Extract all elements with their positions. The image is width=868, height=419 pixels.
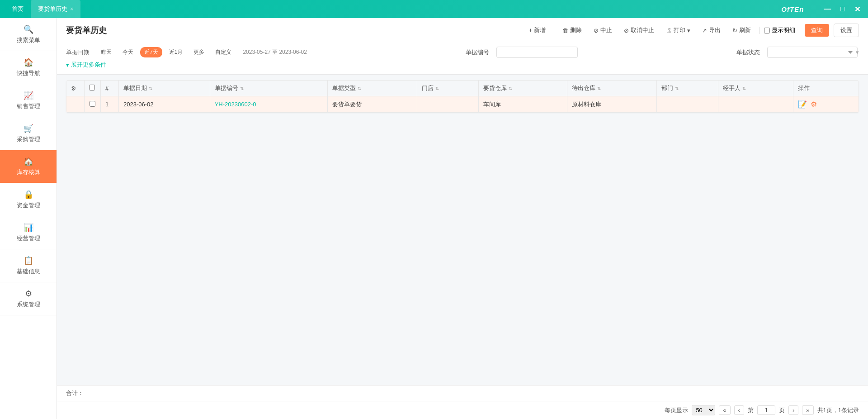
ops-icon: 📊 [24,223,33,233]
date-btn-last7days[interactable]: 近7天 [140,47,162,57]
row-num: 1 [101,96,119,113]
th-action: 操作 [793,81,859,96]
expand-icon: ▾ [66,62,69,68]
sidebar-item-purchase-mgmt[interactable]: 🛒 采购管理 [0,117,57,150]
sort-store-icon: ⇅ [435,86,439,91]
row-store [417,96,478,113]
th-num: # [101,81,119,96]
delete-button[interactable]: 🗑 删除 [559,24,585,36]
date-btn-yesterday[interactable]: 昨天 [97,47,116,57]
window-minimize[interactable]: — [821,5,834,13]
main-layout: 🔍 搜索菜单 🏠 快捷导航 📈 销售管理 🛒 采购管理 🏠 库存核算 🔒 资金管… [0,18,868,419]
cancel-stop-button[interactable]: ⊘ 取消中止 [620,24,658,36]
stop-button[interactable]: ⊘ 中止 [590,24,616,36]
tab-home[interactable]: 首页 [5,0,31,18]
th-date[interactable]: 单据日期⇅ [119,81,210,96]
page-header: 要货单历史 + 新增 🗑 删除 ⊘ 中止 ⊘ 取消中止 🖨 打 [57,18,868,41]
row-checkbox-cell[interactable] [85,96,101,113]
status-select[interactable] [767,47,858,58]
last-page-button[interactable]: » [802,405,813,415]
finance-icon: 🔒 [24,190,33,200]
th-department[interactable]: 部门⇅ [656,81,718,96]
th-req-warehouse[interactable]: 要货仓库⇅ [478,81,567,96]
window-close[interactable]: ✕ [852,5,863,14]
stop-icon: ⊘ [594,27,599,34]
sidebar-item-finance-mgmt[interactable]: 🔒 资金管理 [0,183,57,216]
th-store[interactable]: 门店⇅ [417,81,478,96]
cancel-stop-icon: ⊘ [624,27,629,34]
print-button[interactable]: 🖨 打印 ▾ [662,24,694,36]
row-order-no[interactable]: YH-20230602-0 [210,96,327,113]
order-no-input[interactable] [496,47,578,58]
page-title: 要货单历史 [66,25,525,36]
date-filter-label: 单据日期 [66,48,90,57]
print-dropdown-icon: ▾ [687,27,690,34]
next-page-button[interactable]: › [788,405,798,415]
first-page-button[interactable]: « [719,405,730,415]
row-date: 2023-06-02 [119,96,210,113]
th-order-type[interactable]: 单据类型⇅ [327,81,417,96]
purchase-icon: 🛒 [24,124,33,133]
th-wait-warehouse[interactable]: 待出仓库⇅ [567,81,656,96]
base-info-icon: 📋 [24,256,33,266]
th-settings[interactable]: ⚙ [66,81,85,96]
row-checkbox[interactable] [90,101,95,107]
expand-more-button[interactable]: ▾ 展开更多条件 [66,61,859,69]
refresh-button[interactable]: ↻ 刷新 [729,24,755,36]
row-wait-warehouse: 原材料仓库 [567,96,656,113]
sidebar-item-ops-mgmt[interactable]: 📊 经营管理 [0,216,57,249]
brand-area: OfTEn — □ ✕ [781,5,863,14]
settings-button[interactable]: 设置 [834,24,859,37]
table-container: ⚙ # 单据日期⇅ 单据编号⇅ 单据类型⇅ 门店⇅ 要货仓库⇅ 待出仓库⇅ 部门… [57,75,868,385]
sidebar-item-search-menu[interactable]: 🔍 搜索菜单 [0,18,57,51]
row-more-icon[interactable]: ⚙ [811,100,817,109]
page-number-input[interactable] [757,405,775,415]
sort-ordertype-icon: ⇅ [358,86,361,91]
per-page-select[interactable]: 50 10 20 100 [692,405,715,415]
add-button[interactable]: + 新增 [525,24,549,36]
sort-reqwh-icon: ⇅ [509,86,512,91]
page-unit-label: 页 [779,406,785,414]
top-bar: 首页 要货单历史 × OfTEn — □ ✕ [0,0,868,18]
sort-date-icon: ⇅ [149,86,152,91]
sort-dept-icon: ⇅ [675,86,679,91]
date-btn-more[interactable]: 更多 [189,47,208,57]
prev-page-button[interactable]: ‹ [734,405,744,415]
summary-label: 合计： [66,390,84,396]
sidebar-item-base-info[interactable]: 📋 基础信息 [0,249,57,282]
sidebar: 🔍 搜索菜单 🏠 快捷导航 📈 销售管理 🛒 采购管理 🏠 库存核算 🔒 资金管… [0,18,57,419]
divider-2 [759,27,760,34]
th-handler[interactable]: 经手人⇅ [718,81,793,96]
data-table: ⚙ # 单据日期⇅ 单据编号⇅ 单据类型⇅ 门店⇅ 要货仓库⇅ 待出仓库⇅ 部门… [66,80,859,113]
status-label: 单据状态 [736,48,760,57]
sort-waitwh-icon: ⇅ [597,86,601,91]
tab-close-button[interactable]: × [70,6,73,12]
th-order-no[interactable]: 单据编号⇅ [210,81,327,96]
window-maximize[interactable]: □ [838,5,848,13]
sidebar-item-quick-nav[interactable]: 🏠 快捷导航 [0,51,57,84]
show-detail-checkbox[interactable] [764,28,770,33]
row-settings-cell [66,96,85,113]
sidebar-item-sales-mgmt[interactable]: 📈 销售管理 [0,84,57,117]
tab-active[interactable]: 要货单历史 × [31,0,80,18]
sidebar-item-sys-mgmt[interactable]: ⚙ 系统管理 [0,282,57,315]
summary-bar: 合计： [57,385,868,401]
table-row: 1 2023-06-02 YH-20230602-0 要货单要货 车间库 原材料… [66,96,859,113]
filter-area: 单据日期 昨天 今天 近7天 近1月 更多 自定义 2023-05-27 至 2… [57,41,868,75]
query-button[interactable]: 查询 [805,24,829,37]
date-btn-custom[interactable]: 自定义 [211,47,236,57]
th-checkbox [85,81,101,96]
row-edit-icon[interactable]: 📝 [798,100,807,109]
row-actions: 📝 ⚙ [793,96,859,113]
sales-icon: 📈 [24,90,33,100]
pagination-bar: 每页显示 50 10 20 100 « ‹ 第 页 › » 共1页，1条记录 [57,401,868,419]
sidebar-item-inventory[interactable]: 🏠 库存核算 [0,150,57,183]
divider-1 [554,27,554,34]
select-all-checkbox[interactable] [89,85,95,90]
date-btn-today[interactable]: 今天 [118,47,137,57]
show-detail-checkbox-label[interactable]: 显示明细 [764,26,795,34]
date-btn-last1month[interactable]: 近1月 [165,47,187,57]
toolbar: + 新增 🗑 删除 ⊘ 中止 ⊘ 取消中止 🖨 打印 ▾ [525,24,859,37]
export-button[interactable]: ↗ 导出 [698,24,724,36]
content-area: 要货单历史 + 新增 🗑 删除 ⊘ 中止 ⊘ 取消中止 🖨 打 [57,18,868,419]
